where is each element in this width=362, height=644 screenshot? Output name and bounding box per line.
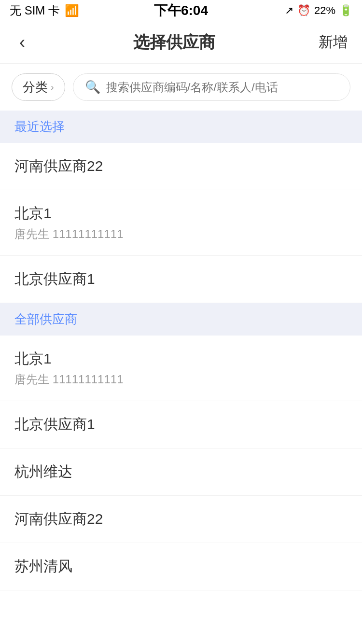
sim-status: 无 SIM 卡	[10, 3, 60, 18]
alarm-icon: ⏰	[297, 4, 310, 17]
battery-level: 22%	[314, 4, 335, 17]
item-sub: 唐先生 11111111111	[14, 372, 348, 387]
chevron-right-icon: ›	[51, 82, 54, 93]
list-item[interactable]: 杭州维达	[0, 448, 362, 496]
list-item[interactable]: 北京1唐先生 11111111111	[0, 190, 362, 256]
search-box[interactable]: 🔍	[73, 73, 350, 101]
section-header-recent: 最近选择	[0, 111, 362, 143]
search-input[interactable]	[106, 81, 338, 94]
section-header-label: 全部供应商	[14, 312, 77, 326]
item-name: 北京供应商1	[14, 415, 348, 434]
status-bar: 无 SIM 卡 📶 下午6:04 ↗ ⏰ 22% 🔋	[0, 0, 362, 21]
category-button[interactable]: 分类 ›	[12, 73, 65, 101]
list-item[interactable]: 河南供应商22	[0, 143, 362, 190]
list-item[interactable]: 河南供应商22	[0, 496, 362, 543]
status-left: 无 SIM 卡 📶	[10, 3, 79, 18]
battery-icon: 🔋	[339, 4, 352, 17]
item-name: 北京1	[14, 349, 348, 369]
item-name: 北京1	[14, 204, 348, 224]
item-name: 河南供应商22	[14, 156, 348, 176]
item-name: 河南供应商22	[14, 509, 348, 529]
list-item[interactable]: 北京供应商1	[0, 256, 362, 303]
back-button[interactable]: ‹	[14, 28, 30, 57]
item-sub: 唐先生 11111111111	[14, 226, 348, 242]
status-right: ↗ ⏰ 22% 🔋	[285, 4, 352, 17]
wifi-icon: 📶	[65, 4, 79, 17]
search-icon: 🔍	[85, 80, 100, 95]
item-name: 北京供应商1	[14, 269, 348, 289]
list-item[interactable]: 苏州清风	[0, 543, 362, 590]
section-header-label: 最近选择	[14, 119, 65, 134]
list-item[interactable]: 北京1唐先生 11111111111	[0, 336, 362, 401]
item-name: 苏州清风	[14, 557, 348, 576]
filter-bar: 分类 › 🔍	[0, 64, 362, 111]
status-time: 下午6:04	[154, 1, 208, 20]
section-header-all: 全部供应商	[0, 303, 362, 336]
add-button[interactable]: 新增	[319, 32, 348, 52]
nav-bar: ‹ 选择供应商 新增	[0, 21, 362, 64]
list-item[interactable]: 北京供应商1	[0, 401, 362, 448]
page-title: 选择供应商	[133, 31, 215, 54]
item-name: 杭州维达	[14, 462, 348, 482]
location-icon: ↗	[285, 4, 293, 17]
category-label: 分类	[23, 79, 48, 96]
supplier-list: 最近选择河南供应商22北京1唐先生 11111111111北京供应商1全部供应商…	[0, 111, 362, 590]
